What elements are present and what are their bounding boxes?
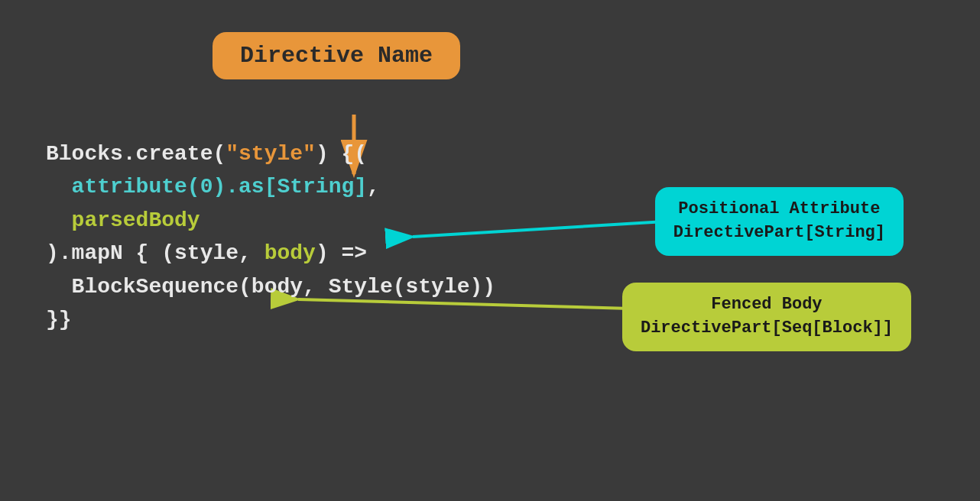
code-parsed-body: parsedBody: [72, 208, 200, 232]
positional-line1: Positional Attribute: [673, 198, 885, 221]
code-line-6: }}: [46, 303, 495, 336]
code-block-sequence: BlockSequence(body, Style(style)): [72, 275, 496, 299]
code-close-braces: }}: [46, 308, 72, 331]
code-indent-3: [46, 208, 72, 232]
code-line-2: attribute(0).as[String],: [46, 170, 495, 203]
fenced-line2: DirectivePart[Seq[Block]]: [641, 317, 893, 341]
code-comma: ,: [367, 175, 380, 199]
positional-line2: DirectivePart[String]: [673, 221, 885, 245]
code-blocks-create: Blocks.create(: [46, 142, 226, 166]
directive-name-bubble: Directive Name: [213, 32, 460, 79]
code-line-5: BlockSequence(body, Style(style)): [46, 270, 495, 303]
code-string-style: "style": [226, 142, 316, 166]
code-block: Blocks.create("style") {( attribute(0).a…: [46, 137, 495, 336]
diagram-container: Directive Name Blocks.create("style") {(…: [0, 0, 980, 501]
code-indent-2: [46, 175, 72, 199]
directive-name-label: Directive Name: [240, 43, 433, 69]
code-attribute: attribute(0).as[String]: [72, 175, 367, 199]
code-indent-5: [46, 275, 72, 299]
code-line-4: ).mapN { (style, body) =>: [46, 237, 495, 270]
code-body-param: body: [264, 241, 316, 265]
code-mapn-end: ) =>: [316, 241, 367, 265]
fenced-line1: Fenced Body: [641, 293, 893, 317]
code-line-3: parsedBody: [46, 204, 495, 237]
code-mapn-start: ).mapN { (style,: [46, 241, 264, 265]
positional-attribute-bubble: Positional Attribute DirectivePart[Strin…: [655, 187, 904, 256]
code-line-1: Blocks.create("style") {(: [46, 137, 495, 170]
code-paren-open: ) {(: [316, 142, 367, 166]
fenced-body-bubble: Fenced Body DirectivePart[Seq[Block]]: [622, 283, 911, 351]
